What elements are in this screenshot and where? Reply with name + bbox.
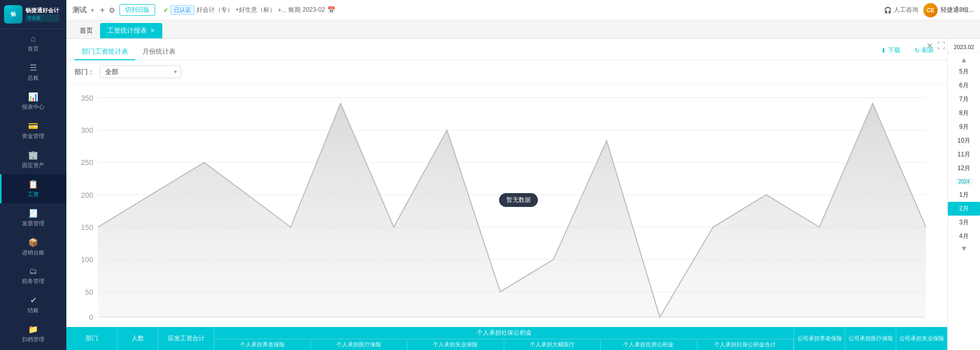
sidebar-label-tax: 税务管理 [22,277,44,285]
tab-close-icon[interactable]: ✕ [150,27,155,34]
date-item-8[interactable]: 8月 [948,106,980,120]
sidebar-label-inventory: 进销台账 [22,249,44,256]
certified-badge: 已认证 [170,5,194,15]
topbar-right: 🎧 人工咨询 CE 轻捷通8组... [884,3,974,17]
sub-tab-dept[interactable]: 部门工资统计表 [75,44,135,60]
panel-controls: ✕ ⛶ [926,41,945,51]
dept-select[interactable]: 全部 部门A 部门B [100,65,181,78]
sidebar-label-ledger: 总账 [28,74,39,82]
date-item-11[interactable]: 11月 [948,148,980,161]
svg-text:300: 300 [81,126,93,134]
sidebar-item-ledger[interactable]: ☰ 总账 [0,58,66,87]
report-icon: 📊 [28,92,38,102]
tab-salary-report-label: 工资统计报表 [107,26,147,35]
sidebar-item-fund[interactable]: 💳 资金管理 [0,116,66,145]
calendar-icon[interactable]: 📅 [327,6,335,14]
switch-version-button[interactable]: 切到旧版 [119,4,155,16]
sidebar-label-fund: 资金管理 [22,132,44,140]
year-2024-badge: 2024 [956,178,971,185]
sidebar-label-salary: 工资 [28,191,39,198]
salary-chart: 350 300 250 200 150 100 50 0 [75,88,939,327]
date-header: 2023.02 [948,42,980,53]
date-item-2024-2[interactable]: 2月 [948,202,980,216]
headset-icon: 🎧 [884,7,892,14]
col-total-salary-label: 应发工资合计 [168,334,205,343]
tab-salary-report[interactable]: 工资统计报表 ✕ [100,23,162,38]
tab-home[interactable]: 首页 [72,23,100,38]
sidebar-item-tax[interactable]: 🗂 税务管理 [0,262,66,290]
download-label: 下载 [888,46,900,55]
sidebar-item-salary[interactable]: 📋 工资 [0,174,66,203]
col-personal-unemployment: 个人承担失业保险 [407,339,504,350]
chart-area: 350 300 250 200 150 100 50 0 [66,84,947,327]
user-area[interactable]: CE 轻捷通8组... [923,3,974,17]
sidebar-label-asset: 固定资产 [22,161,44,169]
sidebar-nav: ⌂ 首页 ☰ 总账 📊 报表中心 💳 资金管理 🏢 固定资产 📋 工资 🧾 发票… [0,29,66,350]
tab-home-label: 首页 [80,27,93,34]
user-name: 轻捷通8组... [941,6,974,14]
dept-label: 部门： [75,67,94,77]
archive-icon: 📁 [28,324,38,334]
sidebar-item-inventory[interactable]: 📦 进销台账 [0,232,66,262]
date-item-6[interactable]: 6月 [948,79,980,92]
sidebar-label-archive: 归档管理 [22,336,44,343]
asset-icon: 🏢 [28,150,38,160]
sub-tab-dept-label: 部门工资统计表 [82,48,128,55]
sidebar-item-home[interactable]: ⌂ 首页 [0,29,66,58]
dept-select-wrap: 全部 部门A 部门B ▾ [100,65,181,78]
main-panel: ✕ ⛶ 部门工资统计表 月份统计表 ⬇ 下载 ↻ [66,39,947,350]
certified-icon: ✔ [163,7,168,14]
topbar-settings-icon[interactable]: ⚙ [109,6,115,14]
col-company-pension: 公司承担养老保险 [794,327,845,350]
download-button[interactable]: ⬇ 下载 [876,44,905,57]
salary-icon: 📋 [28,179,38,189]
col-company-unemployment: 公司承担失业保险 [896,327,947,350]
date-item-5[interactable]: 5月 [948,65,980,79]
sub-tab-monthly[interactable]: 月份统计表 [135,44,183,60]
date-item-2024-1[interactable]: 1月 [948,188,980,202]
sidebar: 畅 畅捷通好会计 专业版 ⌂ 首页 ☰ 总账 📊 报表中心 💳 资金管理 🏢 固… [0,0,66,350]
panel-close-button[interactable]: ✕ [926,41,933,51]
ledger-icon: ☰ [30,63,37,73]
panel-expand-button[interactable]: ⛶ [937,41,945,51]
status-good-business: +好生意（标） [235,6,276,14]
sidebar-item-settlement[interactable]: ✔ 结账 [0,290,66,319]
topbar-status: ✔ 已认证 好会计（专） +好生意（标） +... 账期 2023-02 📅 [163,5,335,15]
date-item-12[interactable]: 12月 [948,161,980,175]
date-item-7[interactable]: 7月 [948,92,980,106]
content-area: ✕ ⛶ 部门工资统计表 月份统计表 ⬇ 下载 ↻ [66,39,980,350]
logo-text-block: 畅捷通好会计 专业版 [26,7,59,22]
topbar-add-icon[interactable]: + [100,6,105,15]
sidebar-item-report[interactable]: 📊 报表中心 [0,87,66,116]
col-personal-pension: 个人承担养老保险 [214,339,311,350]
home-icon: ⌂ [31,34,36,43]
svg-text:100: 100 [81,255,93,264]
sidebar-item-asset[interactable]: 🏢 固定资产 [0,145,66,174]
fund-icon: 💳 [28,121,38,131]
topbar: 测试 ▾ + ⚙ 切到旧版 ✔ 已认证 好会计（专） +好生意（标） +... … [66,0,980,20]
col-personal-medical: 个人承担医疗保险 [311,339,407,350]
date-nav-down[interactable]: ▼ [948,243,980,253]
sidebar-item-archive[interactable]: 📁 归档管理 [0,319,66,348]
date-item-9[interactable]: 9月 [948,120,980,134]
date-item-2024-3[interactable]: 3月 [948,216,980,229]
col-personal-total: 个人承担社保公积金合计 [697,339,794,350]
sidebar-logo: 畅 畅捷通好会计 专业版 [0,0,66,29]
svg-text:250: 250 [81,158,93,167]
tax-icon: 🗂 [29,267,37,276]
sidebar-label-invoice: 发票管理 [22,220,44,227]
col-dept: 部门 [66,327,117,350]
date-nav-up[interactable]: ▲ [948,55,980,65]
sidebar-item-invoice[interactable]: 🧾 发票管理 [0,203,66,232]
date-item-10[interactable]: 10月 [948,134,980,148]
logo-badge: 专业版 [26,14,59,22]
service-button[interactable]: 🎧 人工咨询 [884,6,918,14]
col-people: 人数 [117,327,158,350]
topbar-arrow-icon[interactable]: ▾ [91,7,94,14]
toolbar: 部门： 全部 部门A 部门B ▾ [66,60,947,84]
svg-text:50: 50 [85,288,93,296]
status-more: +... [278,7,286,14]
date-item-2024-4[interactable]: 4月 [948,229,980,243]
service-label: 人工咨询 [894,6,918,14]
col-personal-bigmedical: 个人承担大额医疗 [504,339,601,350]
